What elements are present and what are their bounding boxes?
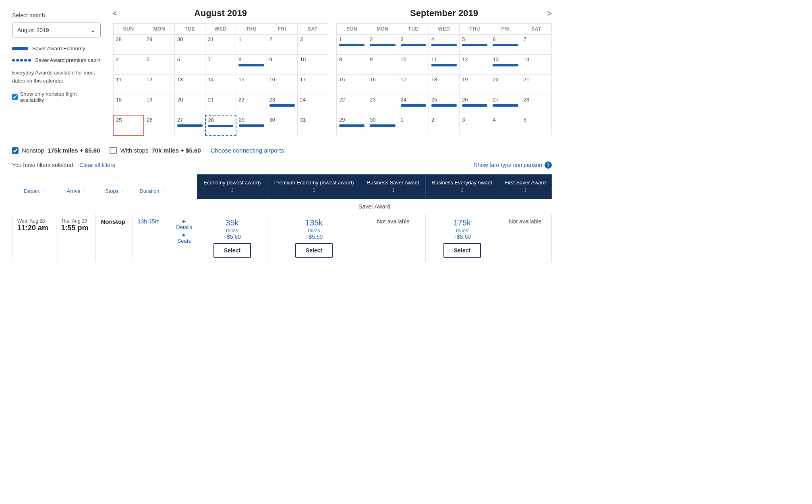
premium-select-button[interactable]: Select [295,243,333,258]
calendar-day[interactable]: 29 [144,35,174,55]
calendar-day[interactable]: 20 [490,75,521,95]
calendar-day[interactable]: 17 [398,75,429,95]
calendar-day[interactable]: 14 [205,75,236,95]
calendar-day[interactable]: 12 [144,75,174,95]
date-number: 25 [431,97,457,103]
calendar-day[interactable]: 18 [113,95,144,115]
calendar-day[interactable]: 9 [367,55,398,75]
with-stops-filter[interactable]: With stops 70k miles + $5.60 [110,147,201,154]
calendar-day[interactable]: 16 [367,75,398,95]
calendar-day[interactable]: 29 [236,115,267,135]
calendar-day[interactable]: 31 [205,35,236,55]
calendar-day[interactable]: 8 [236,55,267,75]
stops-header[interactable]: Stops ↕ [96,174,133,199]
nonstop-filter[interactable]: Nonstop 175k miles + $5.60 [12,147,100,154]
calendar-day[interactable]: 1 [236,35,267,55]
calendar-day[interactable]: 7 [205,55,236,75]
calendar-day[interactable]: 30 [267,115,297,135]
calendar-day[interactable]: 5 [144,55,174,75]
nonstop-checkbox[interactable] [12,94,18,100]
calendar-day[interactable]: 31 [297,115,328,135]
economy-select-button[interactable]: Select [213,243,251,258]
date-number: 14 [524,56,549,62]
calendar-day[interactable]: 23 [367,95,398,115]
calendar-day[interactable]: 5 [460,35,490,55]
date-number: 14 [208,76,233,83]
calendar-day[interactable]: 1 [337,35,367,55]
calendar-day[interactable]: 5 [521,115,551,135]
calendar-day[interactable]: 17 [297,75,328,95]
calendar-day[interactable]: 28 [205,115,236,135]
calendar-day[interactable]: 28 [521,95,551,115]
premium-economy-header[interactable]: Premium Economy (lowest award) ↕ [267,174,361,199]
calendar-day[interactable]: 2 [367,35,398,55]
duration-header[interactable]: Duration ↕ [133,174,171,199]
calendar-day[interactable]: 10 [398,55,429,75]
calendar-day[interactable]: 4 [113,55,144,75]
calendar-day[interactable]: 3 [398,35,429,55]
calendar-day[interactable]: 14 [521,55,551,75]
calendar-day[interactable]: 6 [490,35,521,55]
calendar-day[interactable]: 25 [429,95,459,115]
calendar-day[interactable]: 24 [297,95,328,115]
next-month-button[interactable]: > [547,9,552,18]
calendar-day[interactable]: 6 [174,55,205,75]
arrive-header[interactable]: Arrive ↕ [56,174,96,199]
nonstop-filter-checkbox[interactable] [12,147,19,154]
calendar-day[interactable]: 26 [144,115,174,135]
calendar-day[interactable]: 4 [490,115,521,135]
details-button[interactable]: ► Details [176,218,192,230]
calendar-day[interactable]: 19 [460,75,490,95]
calendar-day[interactable]: 3 [460,115,490,135]
nonstop-checkbox-label[interactable]: Show only nonstop flight availability [12,91,101,103]
calendar-day[interactable]: 2 [267,35,297,55]
calendar-day[interactable]: 16 [267,75,297,95]
calendar-day[interactable]: 7 [521,35,551,55]
calendar-day[interactable]: 27 [490,95,521,115]
calendar-day[interactable]: 26 [460,95,490,115]
month-selector[interactable]: August 2019 ⌄ [12,23,101,37]
business-everyday-select-button[interactable]: Select [443,243,481,258]
calendar-day[interactable]: 15 [236,75,267,95]
calendar-day[interactable]: 13 [490,55,521,75]
calendar-day[interactable]: 22 [337,95,367,115]
calendar-day[interactable]: 24 [398,95,429,115]
date-number: 25 [116,117,141,123]
calendar-day[interactable]: 30 [174,35,205,55]
economy-header[interactable]: Economy (lowest award) ↕ [197,174,267,199]
connecting-airports-link[interactable]: Choose connecting airports [211,147,284,154]
first-saver-header[interactable]: First Saver Award ↕ [499,174,551,199]
calendar-day[interactable]: 22 [236,95,267,115]
calendar-day[interactable]: 30 [367,115,398,135]
calendar-day[interactable]: 13 [174,75,205,95]
calendar-day[interactable]: 11 [429,55,459,75]
business-everyday-header[interactable]: Business Everyday Award ↕ [425,174,499,199]
calendar-day[interactable]: 20 [174,95,205,115]
calendar-day[interactable]: 18 [429,75,459,95]
calendar-day[interactable]: 15 [337,75,367,95]
calendar-day[interactable]: 27 [174,115,205,135]
calendar-day[interactable]: 10 [297,55,328,75]
calendar-day[interactable]: 12 [460,55,490,75]
calendar-day[interactable]: 21 [521,75,551,95]
calendar-day[interactable]: 28 [113,35,144,55]
calendar-day[interactable]: 23 [267,95,297,115]
calendar-day[interactable]: 3 [297,35,328,55]
calendar-day[interactable]: 4 [429,35,459,55]
calendar-day[interactable]: 19 [144,95,174,115]
calendar-day[interactable]: 2 [429,115,459,135]
fare-comparison-link[interactable]: Show fare type comparison ? [474,161,552,169]
calendar-day[interactable]: 29 [337,115,367,135]
calendar-day[interactable]: 25 [113,115,144,135]
depart-header[interactable]: Depart ↕ [12,174,56,199]
prev-month-button[interactable]: < [113,9,118,18]
calendar-day[interactable]: 1 [398,115,429,135]
stops-checkbox-unchecked-icon [110,147,117,154]
calendar-day[interactable]: 9 [267,55,297,75]
calendar-day[interactable]: 8 [337,55,367,75]
calendar-day[interactable]: 11 [113,75,144,95]
business-saver-header[interactable]: Business Saver Award ↕ [361,174,425,199]
clear-filters-link[interactable]: Clear all filters [79,162,115,168]
calendar-day[interactable]: 21 [205,95,236,115]
seats-button[interactable]: ► Seats [176,232,192,244]
